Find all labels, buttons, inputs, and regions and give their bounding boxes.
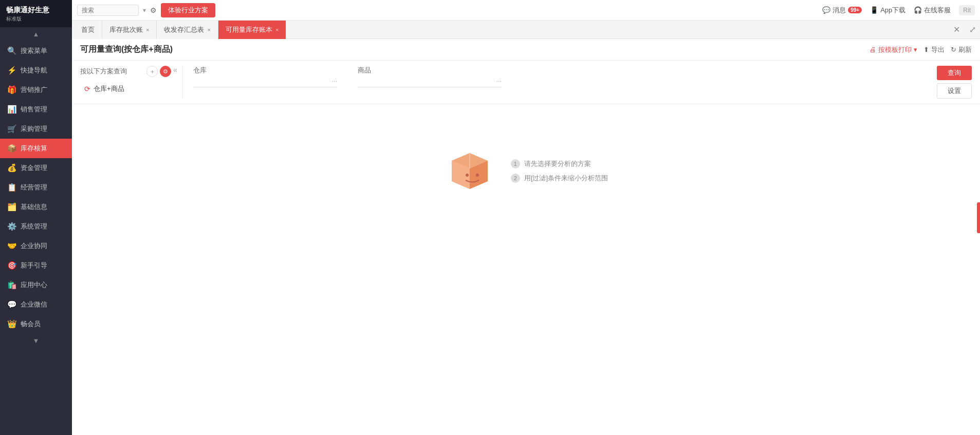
sidebar: 畅康通好生意 标准版 ▲ 🔍搜索菜单⚡快捷导航🎁营销推广📊销售管理🛒采购管理📦库…	[0, 0, 72, 435]
sidebar-item-guide[interactable]: 🎯新手引导	[0, 256, 72, 275]
sidebar-item-operation[interactable]: 📋经营管理	[0, 178, 72, 197]
sidebar-scroll-up[interactable]: ▲	[0, 27, 72, 41]
brand-name: 畅康通好生意	[6, 5, 66, 14]
sidebar-label-wechat: 企业微信	[21, 300, 47, 309]
sidebar-item-purchase[interactable]: 🛒采购管理	[0, 119, 72, 139]
refresh-icon: ↻	[951, 46, 956, 53]
tab-batch[interactable]: 库存批次账×	[102, 21, 157, 39]
filter-left-panel: 按以下方案查询 ＋ ⚙ « ⟳ 仓库+商品	[80, 66, 183, 99]
topbar-chevron-icon[interactable]: ▾	[143, 7, 146, 14]
sidebar-label-search: 搜索菜单	[21, 46, 47, 55]
sidebar-scroll-down[interactable]: ▼	[0, 334, 72, 348]
sidebar-icon-operation: 📋	[7, 183, 16, 192]
scheme-item-icon: ⟳	[84, 85, 90, 93]
scheme-item-label: 仓库+商品	[94, 84, 124, 93]
refresh-btn[interactable]: ↻ 刷新	[951, 45, 972, 54]
close-all-tabs-btn[interactable]: ✕	[948, 21, 965, 39]
topbar-search-input[interactable]	[77, 5, 139, 16]
sidebar-label-member: 畅会员	[21, 319, 41, 329]
sidebar-icon-guide: 🎯	[7, 261, 16, 270]
tab-close-available[interactable]: ×	[275, 27, 279, 33]
service-icon: 🎧	[914, 6, 922, 14]
sidebar-label-inventory: 库存核算	[21, 144, 47, 153]
app-label: App下载	[880, 6, 905, 15]
print-btn[interactable]: 🖨 按模板打印 ▾	[870, 45, 917, 54]
sidebar-label-guide: 新手引导	[21, 261, 47, 270]
sidebar-icon-wechat: 💬	[7, 300, 16, 309]
sidebar-item-finance[interactable]: 💰资金管理	[0, 158, 72, 178]
filter-settings-btn[interactable]: 设置	[937, 83, 972, 99]
trial-btn[interactable]: 体验行业方案	[161, 3, 215, 17]
sidebar-item-member[interactable]: 👑畅会员	[0, 314, 72, 334]
scheme-settings-btn[interactable]: ⚙	[160, 66, 171, 77]
sidebar-item-enterprise[interactable]: 🤝企业协同	[0, 236, 72, 256]
message-btn[interactable]: 💬 消息 99+	[822, 6, 862, 15]
export-icon: ⬆	[923, 46, 929, 53]
sidebar-label-enterprise: 企业协同	[21, 241, 47, 251]
collapse-btn[interactable]: «	[173, 66, 177, 77]
product-input-wrap: ···	[358, 77, 502, 87]
sidebar-icon-basic: 🗂️	[7, 202, 16, 212]
empty-state: 1 请先选择要分析的方案 2 用[过滤]条件来缩小分析范围	[72, 104, 980, 238]
tab-label-available: 可用量库存账本	[226, 25, 272, 34]
app-download-btn[interactable]: 📱 App下载	[870, 6, 905, 15]
warehouse-input[interactable]	[193, 77, 332, 85]
expand-tabs-btn[interactable]: ⤢	[965, 21, 980, 39]
tab-label-summary: 收发存汇总表	[164, 25, 204, 34]
product-more-btn[interactable]: ···	[496, 78, 502, 85]
sidebar-item-inventory[interactable]: 📦库存核算	[0, 139, 72, 158]
message-label: 消息	[833, 6, 846, 15]
sidebar-icon-finance: 💰	[7, 163, 16, 173]
filter-actions-right: 查询 设置	[937, 66, 972, 99]
scheme-item-warehouse-product[interactable]: ⟳ 仓库+商品	[80, 81, 177, 97]
sidebar-icon-appstore: 🛍️	[7, 280, 16, 290]
tab-close-summary[interactable]: ×	[207, 27, 210, 33]
warehouse-more-btn[interactable]: ···	[332, 78, 337, 85]
sidebar-item-search[interactable]: 🔍搜索菜单	[0, 41, 72, 61]
sidebar-label-purchase: 采购管理	[21, 124, 47, 134]
tabs-bar: 首页库存批次账×收发存汇总表×可用量库存账本× ✕ ⤢	[72, 21, 980, 39]
sidebar-item-system[interactable]: ⚙️系统管理	[0, 217, 72, 236]
brand-version: 标准版	[6, 15, 66, 22]
sidebar-item-appstore[interactable]: 🛍️应用中心	[0, 275, 72, 295]
message-icon: 💬	[822, 6, 830, 14]
tab-close-batch[interactable]: ×	[146, 27, 149, 33]
tab-label-batch: 库存批次账	[109, 25, 143, 34]
message-badge: 99+	[848, 7, 862, 13]
export-label: 导出	[931, 45, 945, 54]
refresh-label: 刷新	[958, 45, 972, 54]
sidebar-icon-quick-nav: ⚡	[7, 66, 16, 75]
print-chevron-icon: ▾	[914, 46, 917, 53]
sidebar-item-sales[interactable]: 📊销售管理	[0, 100, 72, 119]
empty-state-content: 1 请先选择要分析的方案 2 用[过滤]条件来缩小分析范围	[444, 145, 608, 197]
query-btn[interactable]: 查询	[937, 66, 972, 80]
user-area[interactable]: Rit	[959, 5, 975, 15]
topbar-gear-icon[interactable]: ⚙	[150, 6, 157, 14]
sidebar-icon-sales: 📊	[7, 105, 16, 114]
tab-available[interactable]: 可用量库存账本×	[218, 21, 286, 39]
scheme-icons: ＋ ⚙ «	[146, 66, 177, 77]
sidebar-item-basic[interactable]: 🗂️基础信息	[0, 197, 72, 217]
user-name: Rit	[963, 7, 971, 14]
page-title: 可用量查询(按仓库+商品)	[80, 44, 173, 55]
warehouse-filter-field: 仓库 ···	[193, 66, 337, 87]
sidebar-label-system: 系统管理	[21, 222, 47, 231]
empty-illustration	[444, 145, 495, 197]
filter-area: 按以下方案查询 ＋ ⚙ « ⟳ 仓库+商品 仓库	[72, 61, 980, 104]
tab-summary[interactable]: 收发存汇总表×	[157, 21, 218, 39]
add-scheme-btn[interactable]: ＋	[146, 66, 158, 77]
sidebar-icon-enterprise: 🤝	[7, 241, 16, 251]
filter-scheme-header: 按以下方案查询 ＋ ⚙ «	[80, 66, 177, 77]
product-input[interactable]	[358, 77, 496, 85]
topbar: ▾ ⚙ 体验行业方案 💬 消息 99+ 📱 App下载 🎧 在线客服 Rit	[72, 0, 980, 21]
right-scroll-indicator	[977, 202, 980, 233]
sidebar-item-wechat[interactable]: 💬企业微信	[0, 295, 72, 314]
sidebar-label-sales: 销售管理	[21, 105, 47, 114]
tab-home[interactable]: 首页	[72, 21, 102, 39]
sidebar-item-quick-nav[interactable]: ⚡快捷导航	[0, 61, 72, 80]
sidebar-item-marketing[interactable]: 🎁营销推广	[0, 80, 72, 100]
svg-point-5	[476, 174, 479, 177]
online-service-btn[interactable]: 🎧 在线客服	[914, 6, 951, 15]
export-btn[interactable]: ⬆ 导出	[923, 45, 945, 54]
sidebar-header: 畅康通好生意 标准版	[0, 0, 72, 27]
